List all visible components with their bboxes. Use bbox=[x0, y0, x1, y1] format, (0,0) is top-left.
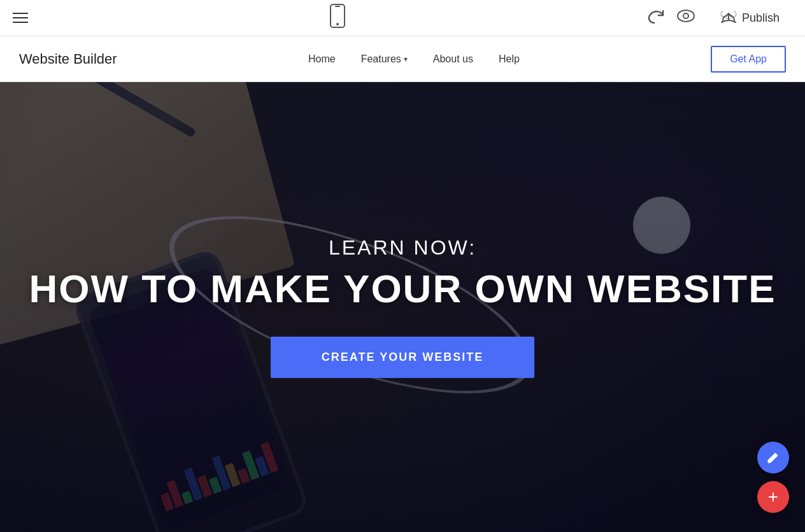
fab-add-button[interactable]: + bbox=[757, 481, 789, 513]
hero-subtitle: LEARN NOW: bbox=[29, 236, 776, 260]
hero-title: HOW TO MAKE YOUR OWN WEBSITE bbox=[29, 267, 776, 311]
fab-add-icon: + bbox=[768, 488, 778, 506]
nav-links: Home Features ▾ About us Help bbox=[308, 53, 520, 65]
features-dropdown-arrow: ▾ bbox=[404, 55, 408, 64]
toolbar-right: Publish bbox=[648, 6, 792, 30]
navbar: Website Builder Home Features ▾ About us… bbox=[0, 36, 805, 82]
hero-content: LEARN NOW: HOW TO MAKE YOUR OWN WEBSITE … bbox=[29, 236, 776, 377]
svg-point-3 bbox=[678, 10, 694, 22]
cta-button[interactable]: CREATE YOUR WEBSITE bbox=[271, 337, 534, 378]
fab-container: + bbox=[757, 442, 789, 513]
toolbar-left bbox=[13, 13, 28, 23]
nav-help[interactable]: Help bbox=[499, 53, 520, 65]
brand-name: Website Builder bbox=[19, 51, 117, 67]
nav-features[interactable]: Features ▾ bbox=[361, 53, 408, 65]
hero-section: LEARN NOW: HOW TO MAKE YOUR OWN WEBSITE … bbox=[0, 82, 805, 532]
hamburger-icon[interactable] bbox=[13, 13, 28, 23]
undo-icon[interactable] bbox=[648, 10, 664, 27]
get-app-button[interactable]: Get App bbox=[711, 46, 786, 73]
nav-home[interactable]: Home bbox=[308, 53, 336, 65]
fab-edit-button[interactable] bbox=[757, 442, 789, 473]
nav-about[interactable]: About us bbox=[433, 53, 473, 65]
svg-point-4 bbox=[683, 13, 688, 18]
toolbar: Publish bbox=[0, 0, 805, 36]
toolbar-center bbox=[330, 4, 345, 32]
publish-label: Publish bbox=[742, 11, 780, 25]
svg-point-1 bbox=[336, 23, 339, 25]
phone-preview-icon[interactable] bbox=[330, 4, 345, 32]
preview-icon[interactable] bbox=[677, 10, 695, 26]
publish-button[interactable]: Publish bbox=[708, 6, 792, 30]
